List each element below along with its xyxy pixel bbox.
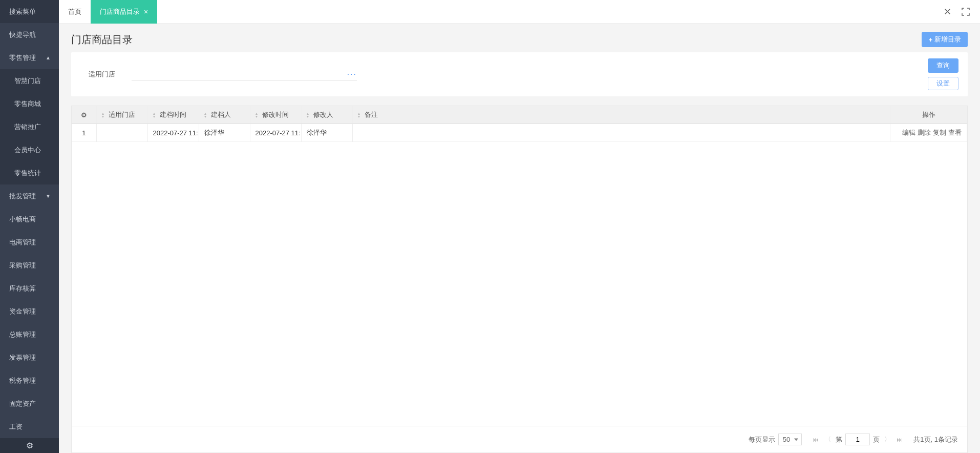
column-modify-time[interactable]: ▴▾ 修改时间 bbox=[250, 106, 301, 124]
sidebar-item-4[interactable]: 零售商城 bbox=[0, 92, 59, 115]
sidebar-item-18[interactable]: 工资 bbox=[0, 415, 59, 438]
sidebar-label: 智慧门店 bbox=[14, 69, 41, 92]
sidebar-item-0[interactable]: 搜索菜单 bbox=[0, 0, 59, 23]
row-number: 1 bbox=[72, 124, 96, 142]
header-label: 备注 bbox=[365, 111, 378, 118]
sidebar-label: 营销推广 bbox=[14, 115, 41, 138]
sidebar-label: 电商管理 bbox=[9, 231, 36, 254]
query-button[interactable]: 查询 bbox=[928, 58, 958, 73]
sidebar-label: 总账管理 bbox=[9, 323, 36, 346]
sidebar-label: 资金管理 bbox=[9, 300, 36, 323]
prev-page-button[interactable]: 〈 bbox=[823, 435, 833, 444]
sidebar-item-5[interactable]: 营销推广 bbox=[0, 115, 59, 138]
sidebar-settings[interactable]: ⚙ bbox=[0, 438, 59, 453]
header-label: 修改人 bbox=[313, 111, 333, 118]
cell-modifier: 徐泽华 bbox=[301, 124, 352, 142]
sort-icon: ▴▾ bbox=[358, 112, 360, 118]
sidebar-item-16[interactable]: 税务管理 bbox=[0, 369, 59, 392]
sort-icon: ▴▾ bbox=[255, 112, 258, 118]
add-button-label: 新增目录 bbox=[934, 35, 961, 44]
sidebar-item-9[interactable]: 小畅电商 bbox=[0, 208, 59, 231]
sidebar-item-2[interactable]: 零售管理▲ bbox=[0, 46, 59, 69]
per-page-label: 每页显示 bbox=[749, 435, 775, 444]
sidebar-label: 快捷导航 bbox=[9, 23, 36, 46]
sidebar-item-12[interactable]: 库存核算 bbox=[0, 277, 59, 300]
page-prefix: 第 bbox=[836, 435, 842, 444]
pagination-summary: 共1页, 1条记录 bbox=[913, 435, 958, 444]
page-size-select[interactable]: 50 bbox=[778, 434, 802, 445]
sidebar-label: 会员中心 bbox=[14, 138, 41, 161]
next-page-button[interactable]: 〉 bbox=[883, 435, 892, 444]
cell-creator: 徐泽华 bbox=[199, 124, 250, 142]
first-page-button[interactable]: ⏮ bbox=[811, 436, 820, 443]
sidebar-label: 采购管理 bbox=[9, 254, 36, 277]
cell-store bbox=[96, 124, 147, 142]
cell-remark bbox=[352, 124, 890, 142]
tab-bar: 首页 门店商品目录 × ✕ bbox=[59, 0, 980, 24]
close-all-tabs-button[interactable]: ✕ bbox=[941, 6, 953, 18]
sidebar-item-6[interactable]: 会员中心 bbox=[0, 138, 59, 161]
settings-button[interactable]: 设置 bbox=[928, 77, 958, 90]
sidebar-item-3[interactable]: 智慧门店 bbox=[0, 69, 59, 92]
sidebar-item-13[interactable]: 资金管理 bbox=[0, 300, 59, 323]
column-creator[interactable]: ▴▾ 建档人 bbox=[199, 106, 250, 124]
sidebar-label: 小畅电商 bbox=[9, 208, 36, 231]
filter-store-input[interactable] bbox=[132, 68, 357, 80]
edit-link[interactable]: 编辑 bbox=[902, 128, 915, 137]
sidebar-label: 发票管理 bbox=[9, 346, 36, 369]
sidebar-item-14[interactable]: 总账管理 bbox=[0, 323, 59, 346]
table-row[interactable]: 12022-07-27 11:徐泽华2022-07-27 11:徐泽华编辑删除复… bbox=[72, 124, 967, 142]
page-suffix: 页 bbox=[873, 435, 880, 444]
cell-actions: 编辑删除复制查看 bbox=[890, 124, 967, 142]
cell-create-time: 2022-07-27 11: bbox=[147, 124, 199, 142]
add-button[interactable]: + 新增目录 bbox=[922, 32, 968, 47]
sidebar-label: 零售商城 bbox=[14, 92, 41, 115]
sidebar-item-1[interactable]: 快捷导航 bbox=[0, 23, 59, 46]
query-label: 查询 bbox=[936, 61, 950, 70]
page-header: 门店商品目录 + 新增目录 bbox=[64, 24, 975, 52]
caret-down-icon: ▼ bbox=[46, 184, 51, 208]
close-icon[interactable]: × bbox=[144, 0, 148, 24]
sidebar: 搜索菜单快捷导航零售管理▲智慧门店零售商城营销推广会员中心零售统计批发管理▼小畅… bbox=[0, 0, 59, 453]
page-input[interactable] bbox=[845, 434, 870, 445]
pagination: 每页显示 50 ⏮ 〈 第 页 〉 ⏭ 共1页, 1条记录 bbox=[72, 426, 967, 452]
column-settings[interactable]: ⚙ bbox=[72, 106, 96, 124]
sidebar-label: 固定资产 bbox=[9, 392, 36, 415]
tab-current[interactable]: 门店商品目录 × bbox=[91, 0, 157, 24]
column-modifier[interactable]: ▴▾ 修改人 bbox=[301, 106, 352, 124]
main-content: 首页 门店商品目录 × ✕ 门店商品目录 + 新增目录 适用 bbox=[59, 0, 980, 453]
sidebar-item-8[interactable]: 批发管理▼ bbox=[0, 184, 59, 208]
table-header-row: ⚙ ▴▾ 适用门店 ▴▾ 建档时间 ▴▾ 建档人 bbox=[72, 106, 967, 124]
view-link[interactable]: 查看 bbox=[948, 128, 962, 137]
gear-icon: ⚙ bbox=[81, 111, 87, 119]
column-create-time[interactable]: ▴▾ 建档时间 bbox=[147, 106, 199, 124]
filter-store-label: 适用门店 bbox=[80, 70, 115, 79]
column-store[interactable]: ▴▾ 适用门店 bbox=[96, 106, 147, 124]
header-label: 操作 bbox=[922, 111, 935, 118]
header-label: 适用门店 bbox=[109, 111, 135, 118]
tab-home[interactable]: 首页 bbox=[59, 0, 91, 24]
sidebar-item-10[interactable]: 电商管理 bbox=[0, 231, 59, 254]
sidebar-item-7[interactable]: 零售统计 bbox=[0, 161, 59, 184]
filter-bar: 适用门店 ··· 查询 设置 bbox=[71, 52, 968, 96]
sort-icon: ▴▾ bbox=[204, 112, 206, 118]
sort-icon: ▴▾ bbox=[153, 112, 155, 118]
sidebar-item-15[interactable]: 发票管理 bbox=[0, 346, 59, 369]
cell-modify-time: 2022-07-27 11: bbox=[250, 124, 301, 142]
sidebar-label: 工资 bbox=[9, 415, 23, 438]
sort-icon: ▴▾ bbox=[102, 112, 104, 118]
ellipsis-icon[interactable]: ··· bbox=[347, 70, 357, 79]
last-page-button[interactable]: ⏭ bbox=[895, 436, 904, 443]
gear-icon: ⚙ bbox=[26, 441, 33, 450]
column-remark[interactable]: ▴▾ 备注 bbox=[352, 106, 890, 124]
copy-link[interactable]: 复制 bbox=[933, 128, 946, 137]
page-title: 门店商品目录 bbox=[71, 33, 133, 47]
sidebar-item-11[interactable]: 采购管理 bbox=[0, 254, 59, 277]
sidebar-item-17[interactable]: 固定资产 bbox=[0, 392, 59, 415]
sidebar-label: 库存核算 bbox=[9, 277, 36, 300]
tab-label: 门店商品目录 bbox=[100, 0, 140, 24]
plus-icon: + bbox=[928, 36, 932, 44]
delete-link[interactable]: 删除 bbox=[918, 128, 931, 137]
caret-up-icon: ▲ bbox=[46, 46, 51, 69]
fullscreen-button[interactable] bbox=[960, 6, 972, 18]
